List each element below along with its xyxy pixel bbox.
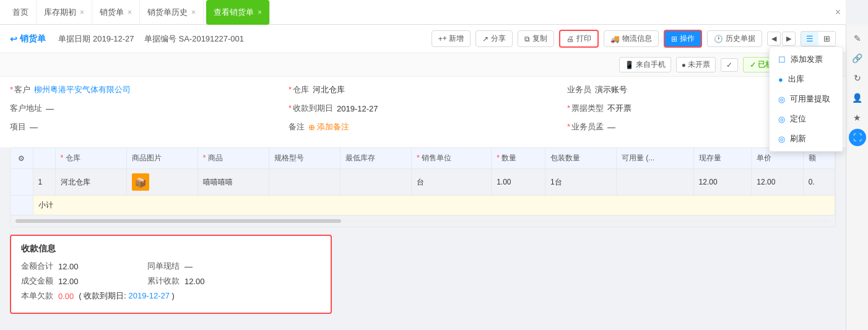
product-image: 📦 [132,173,149,191]
check-icon-button[interactable]: ✓ [721,58,738,72]
warehouse-value: 河北仓库 [313,84,345,95]
menu-outbound[interactable]: ● 出库 [770,69,843,89]
copy-button[interactable]: ⧉ 复制 [518,30,554,47]
tab-close-sales[interactable]: × [128,8,132,17]
menu-add-invoice[interactable]: ☐ 添加发票 [770,50,843,69]
print-icon: 🖨 [566,35,574,43]
window-close-button[interactable]: × [835,7,841,18]
col-warehouse: * 仓库 [55,148,126,169]
sidebar-rotate-icon[interactable]: ↻ [849,69,866,87]
payment-title: 收款信息 [21,243,321,254]
outstanding-item: 本单欠款 0.00 ( 收款到期日: 2019-12-27 ) [21,290,175,302]
add-invoice-icon: ☐ [778,55,786,64]
address-value: — [46,104,54,113]
tab-sales-order[interactable]: 销货单 × [92,0,140,25]
col-gear[interactable]: ⚙ [11,148,33,169]
payment-date-value: 2019-12-27 [337,104,378,113]
payment-row-2: 成交金额 12.00 累计收款 12.00 [21,276,321,287]
menu-available-qty[interactable]: ◎ 可用量提取 [770,89,843,109]
products-table: ⚙ * 仓库 商品图片 * 商品 规格型号 最低库存 * 销售单位 * 数量 包… [10,147,836,227]
total-amount-value: 12.00 [58,262,79,271]
total-amount-item: 金额合计 12.00 [21,261,132,272]
row-spec [269,169,340,196]
transaction-value: 12.00 [58,277,79,286]
col-min-stock: 最低库存 [340,148,411,169]
cumulative-item: 累计收款 12.00 [147,276,259,287]
project-field: 项目 — [10,121,279,132]
outbound-icon: ● [778,75,783,84]
menu-locate[interactable]: ◎ 定位 [770,109,843,129]
available-qty-icon: ◎ [778,95,785,104]
sidebar-edit-icon[interactable]: ✎ [849,30,866,47]
not-open-button[interactable]: ● 未开票 [676,57,716,72]
view-toggle: ☰ ⊞ [801,31,836,46]
subtotal-row: 小计 [11,196,835,215]
subtotal-label: 小计 [33,196,835,215]
nav-arrows: ◀ ▶ [767,32,796,46]
tab-close-inventory[interactable]: × [80,8,84,17]
tab-home[interactable]: 首页 [5,0,37,25]
salesperson2-value: — [607,123,615,132]
col-sales-unit: * 销售单位 [411,148,491,169]
col-row-num [33,148,55,169]
refresh-icon: ◎ [778,134,785,144]
prev-button[interactable]: ◀ [767,32,781,46]
phone-icon: 📱 [625,61,634,69]
project-value: — [30,123,38,132]
payment-row-3: 本单欠款 0.00 ( 收款到期日: 2019-12-27 ) [21,290,321,302]
sidebar-link-icon[interactable]: 🔗 [849,50,866,67]
customer-value[interactable]: 柳州粤港平安气体有限公司 [34,84,131,95]
view-list-button[interactable]: ☰ [801,32,818,46]
transaction-item: 成交金额 12.00 [21,276,132,287]
check-mark-icon: ✓ [750,61,756,69]
col-pack-qty: 包装数量 [545,148,616,169]
doc-header: ↩ 销货单 单据日期 2019-12-27 单据编号 SA-20191227-0… [0,25,846,53]
doc-actions: + + 新增 ↗ 分享 ⧉ 复制 🖨 打印 🚚 物流信息 ⊞ 操作 [432,30,836,48]
row-available [617,169,694,196]
tab-sales-history[interactable]: 销货单历史 × [140,0,204,25]
form-area: *客户 柳州粤港平安气体有限公司 *仓库 河北仓库 业务员 演示账号 客户地址 … [0,77,846,147]
tab-view-sales[interactable]: 查看销货单 × [206,0,270,25]
ticket-type-value: 不开票 [607,103,631,114]
tab-close-view-sales[interactable]: × [258,8,262,17]
doc-type-label: ↩ 销货单 [10,33,46,45]
operate-button[interactable]: ⊞ 操作 [664,30,702,48]
sales-order-icon: ↩ [10,34,17,44]
truck-icon: 🚚 [610,35,620,43]
history-button[interactable]: 🕐 历史单据 [707,30,762,47]
salesperson-value: 演示账号 [595,84,627,95]
row-warehouse: 河北仓库 [55,169,126,196]
form-row-3: 项目 — 备注 ⊕ 添加备注 *业务员孟 — [10,121,836,132]
row-pack-qty: 1台 [545,169,616,196]
from-phone-button[interactable]: 📱 来自手机 [619,57,671,72]
next-button[interactable]: ▶ [782,32,796,46]
plus-icon: ⊕ [308,123,315,132]
col-quantity: * 数量 [492,148,545,169]
operate-dropdown: ☐ 添加发票 ● 出库 ◎ 可用量提取 ◎ 定位 ◎ 刷新 [769,46,843,152]
tab-close-history[interactable]: × [191,8,196,17]
sidebar-star-icon[interactable]: ★ [849,109,866,126]
row-product-img: 📦 [126,169,197,196]
grid-icon: ⊞ [671,35,677,43]
share-button[interactable]: ↗ 分享 [475,30,513,47]
row-amount: 0. [803,169,835,196]
note-field: 备注 ⊕ 添加备注 [289,121,557,132]
add-button[interactable]: + + 新增 [432,30,471,47]
tab-inventory-init[interactable]: 库存期初 × [37,0,92,25]
print-button[interactable]: 🖨 打印 [559,30,599,48]
table-header-row: ⚙ * 仓库 商品图片 * 商品 规格型号 最低库存 * 销售单位 * 数量 包… [11,148,835,169]
row-num: 1 [33,169,55,196]
menu-refresh[interactable]: ◎ 刷新 [770,129,843,149]
col-product-img: 商品图片 [126,148,197,169]
row-current-stock: 12.00 [693,169,752,196]
sidebar-person-icon[interactable]: 👤 [849,89,866,106]
view-grid-button[interactable]: ⊞ [818,32,835,46]
table-scrollbar[interactable] [11,215,835,227]
share-icon: ↗ [482,35,488,43]
sidebar-expand-icon[interactable]: ⛶ [849,129,866,146]
row-quantity: 1.00 [492,169,545,196]
add-note-button[interactable]: ⊕ 添加备注 [308,121,349,132]
logistics-button[interactable]: 🚚 物流信息 [604,30,659,47]
row-unit-price: 12.00 [752,169,803,196]
doc-meta: 单据日期 2019-12-27 单据编号 SA-20191227-001 [58,33,432,45]
